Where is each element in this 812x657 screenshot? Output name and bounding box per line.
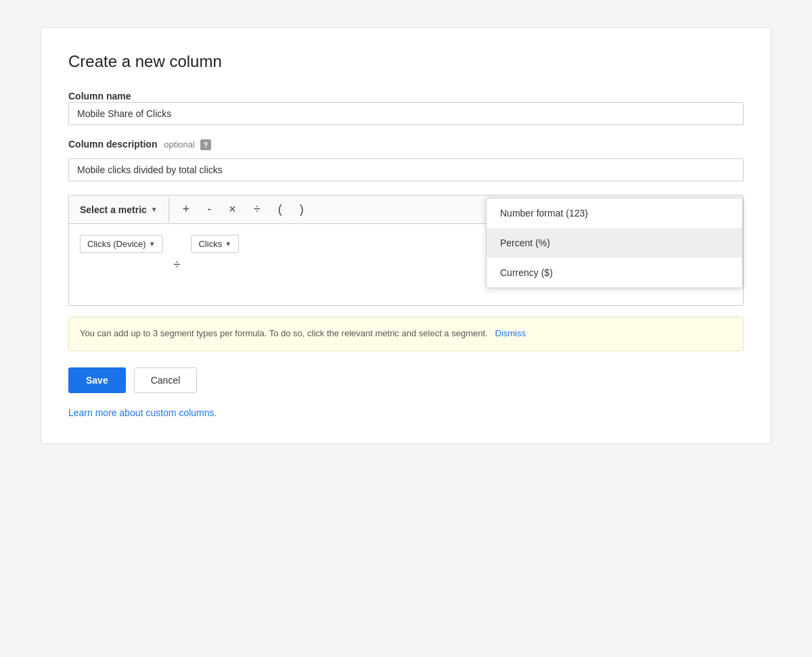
cancel-button[interactable]: Cancel: [134, 367, 198, 393]
formula-divide-operator: ÷: [170, 255, 185, 275]
dropdown-item-percent[interactable]: Percent (%): [487, 228, 742, 258]
select-metric-label: Select a metric: [80, 204, 147, 215]
metric-pill-clicks[interactable]: Clicks ▼: [191, 235, 239, 253]
save-button[interactable]: Save: [68, 367, 126, 393]
number-format-dropdown: Number format (123) Percent (%) Currency…: [486, 198, 743, 288]
operator-divide[interactable]: ÷: [251, 201, 263, 218]
column-name-label: Column name: [68, 91, 131, 101]
page-title: Create a new column: [68, 52, 744, 71]
metric-label-clicks: Clicks: [198, 239, 222, 249]
select-metric-chevron: ▼: [151, 206, 158, 213]
info-banner: You can add up to 3 segment types per fo…: [68, 317, 744, 351]
learn-more-link[interactable]: Learn more about custom columns.: [68, 407, 217, 418]
dismiss-link[interactable]: Dismiss: [495, 328, 526, 338]
dropdown-item-currency[interactable]: Currency ($): [487, 258, 742, 288]
formula-section: Select a metric ▼ + - × ÷ ( ) Number for…: [68, 195, 744, 306]
column-description-label: Column description: [68, 139, 157, 150]
help-icon: ?: [200, 139, 211, 150]
dropdown-item-number-format[interactable]: Number format (123): [487, 198, 742, 228]
operator-close-paren[interactable]: ): [297, 201, 307, 218]
optional-label: optional: [164, 139, 195, 150]
action-buttons: Save Cancel: [68, 367, 744, 393]
column-name-input[interactable]: [68, 102, 744, 125]
operator-plus[interactable]: +: [180, 201, 193, 218]
formula-toolbar: Select a metric ▼ + - × ÷ ( ) Number for…: [69, 196, 743, 224]
metric-pill-clicks-device[interactable]: Clicks (Device) ▼: [80, 235, 163, 253]
metric-label-clicks-device: Clicks (Device): [87, 239, 146, 249]
operator-open-paren[interactable]: (: [275, 201, 285, 218]
select-metric-button[interactable]: Select a metric ▼: [69, 198, 169, 222]
metric-chevron-1: ▼: [149, 240, 156, 248]
operator-multiply[interactable]: ×: [226, 201, 239, 218]
metric-chevron-2: ▼: [225, 240, 231, 248]
create-column-dialog: Create a new column Column name Column d…: [41, 27, 771, 444]
column-description-input[interactable]: [68, 158, 744, 181]
column-description-label-row: Column description optional ?: [68, 139, 744, 150]
number-format-container: Number format (123) ▼ Number format (123…: [617, 198, 743, 222]
operator-minus[interactable]: -: [204, 201, 214, 218]
info-banner-text: You can add up to 3 segment types per fo…: [80, 328, 488, 338]
